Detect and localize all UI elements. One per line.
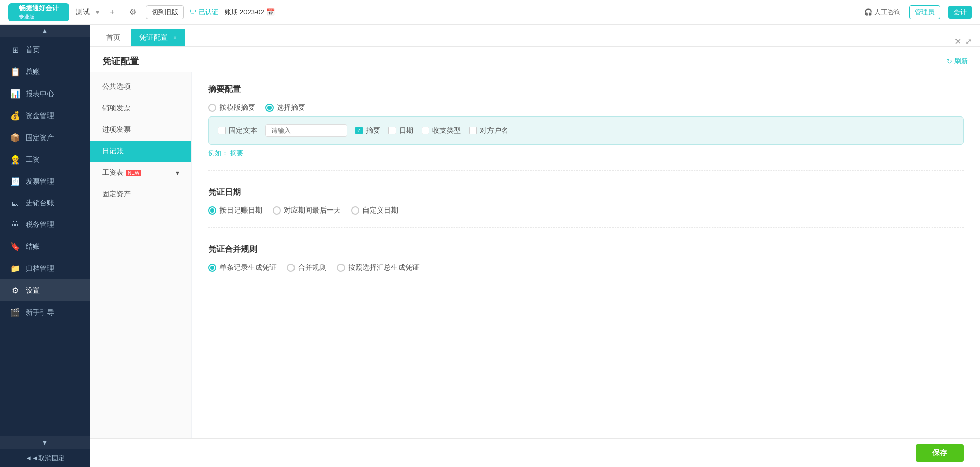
inner-layout: 公共选项 销项发票 进项发票 日记账 工资表 NEW ▾ <box>90 72 980 438</box>
tab-voucher-config[interactable]: 凭证配置 × <box>131 29 185 46</box>
checkbox-counterparty[interactable]: 对方户名 <box>469 126 508 135</box>
page-title: 凭证配置 <box>102 55 139 67</box>
radio-summary-generate-circle <box>337 264 345 272</box>
merge-rules-title: 凭证合并规则 <box>208 244 964 255</box>
tab-home[interactable]: 首页 <box>98 29 129 46</box>
left-menu-item-sales-invoice[interactable]: 销项发票 <box>90 98 191 119</box>
refresh-label: 刷新 <box>954 57 968 66</box>
content-area: 首页 凭证配置 × ✕ ⤢ 凭证配置 ↻ 刷新 <box>90 25 980 467</box>
checkbox-fixed-text[interactable]: 固定文本 <box>218 126 257 135</box>
left-menu-item-public[interactable]: 公共选项 <box>90 76 191 98</box>
summary-radio-group: 按模版摘要 选择摘要 <box>208 103 964 112</box>
sidebar-item-reports[interactable]: 📊 报表中心 <box>0 83 90 105</box>
checkbox-counterparty-box <box>469 127 477 134</box>
radio-template-summary[interactable]: 按模版摘要 <box>208 103 255 112</box>
sidebar-scroll-up[interactable]: ▲ <box>0 25 90 37</box>
merge-rules-section: 凭证合并规则 单条记录生成凭证 合并规则 <box>208 244 964 285</box>
sidebar-item-guide[interactable]: 🎬 新手引导 <box>0 301 90 323</box>
tab-bar: 首页 凭证配置 × ✕ ⤢ <box>90 25 980 47</box>
sidebar-item-closing[interactable]: 🔖 结账 <box>0 236 90 258</box>
save-button[interactable]: 保存 <box>916 444 964 462</box>
company-chevron-icon[interactable]: ▾ <box>96 9 99 16</box>
sidebar-item-label: 固定资产 <box>26 133 54 143</box>
archive-icon: 📁 <box>10 264 20 273</box>
checkbox-income-type-box <box>422 127 429 134</box>
radio-period-last-day-circle <box>273 206 281 215</box>
checkbox-date[interactable]: 日期 <box>388 126 413 135</box>
left-menu-item-fixed-assets[interactable]: 固定资产 <box>90 183 191 205</box>
sidebar-item-label: 设置 <box>26 286 40 295</box>
sidebar: ▲ ⊞ 首页 📋 总账 📊 报表中心 💰 资金管理 📦 固定资产 <box>0 25 90 467</box>
accountant-button[interactable]: 会计 <box>948 6 972 19</box>
summary-checkbox-row: 固定文本 ✓ 摘要 日期 <box>208 116 964 145</box>
cert-icon: 🛡 <box>190 8 197 16</box>
sidebar-item-assets[interactable]: 📦 固定资产 <box>0 127 90 149</box>
tax-icon: 🏛 <box>10 220 20 229</box>
radio-select-summary[interactable]: 选择摘要 <box>265 103 305 112</box>
radio-single-record-label: 单条记录生成凭证 <box>219 263 277 272</box>
old-version-button[interactable]: 切到旧版 <box>146 5 184 19</box>
checkbox-summary[interactable]: ✓ 摘要 <box>355 126 380 135</box>
left-menu-item-payroll[interactable]: 工资表 NEW ▾ <box>90 162 191 183</box>
sidebar-item-invoice[interactable]: 🧾 发票管理 <box>0 171 90 193</box>
checkbox-fixed-text-box <box>218 127 226 134</box>
left-menu-item-diary[interactable]: 日记账 <box>90 141 191 162</box>
radio-summary-generate[interactable]: 按照选择汇总生成凭证 <box>337 263 420 272</box>
close-window-icon[interactable]: ✕ <box>954 37 961 46</box>
sidebar-item-wages[interactable]: 👷 工资 <box>0 149 90 171</box>
consult-button[interactable]: 🎧 人工咨询 <box>864 8 901 17</box>
consult-icon: 🎧 <box>864 8 872 16</box>
calendar-icon[interactable]: 📅 <box>266 8 275 16</box>
example-value: 摘要 <box>230 149 243 157</box>
sidebar-item-label: 归档管理 <box>26 264 54 273</box>
sidebar-item-label: 工资 <box>26 155 40 165</box>
settings-icon: ⚙ <box>10 286 20 295</box>
left-menu-item-purchase-invoice[interactable]: 进项发票 <box>90 119 191 141</box>
left-menu-label: 固定资产 <box>102 190 131 199</box>
tab-close-icon[interactable]: × <box>173 34 177 41</box>
sidebar-scroll-down[interactable]: ▼ <box>0 436 90 449</box>
voucher-date-title: 凭证日期 <box>208 187 964 198</box>
checkbox-fixed-text-label: 固定文本 <box>229 126 257 135</box>
checkbox-income-type-label: 收支类型 <box>432 126 461 135</box>
sidebar-item-home[interactable]: ⊞ 首页 <box>0 39 90 61</box>
page-wrapper: 凭证配置 ↻ 刷新 公共选项 销项发票 进项发票 <box>90 47 980 467</box>
logo-main-text: 畅捷通好会计 <box>19 4 59 13</box>
topbar: 畅捷通好会计 专业版 测试 ▾ + ⚙ 切到旧版 🛡 已认证 账期 2023-0… <box>0 0 980 25</box>
radio-merge-rules[interactable]: 合并规则 <box>287 263 327 272</box>
radio-single-record[interactable]: 单条记录生成凭证 <box>208 263 277 272</box>
voucher-date-section: 凭证日期 按日记账日期 对应期间最后一天 <box>208 187 964 228</box>
sidebar-item-label: 新手引导 <box>26 308 54 317</box>
right-content: 摘要配置 按模版摘要 选择摘要 <box>192 72 980 438</box>
refresh-button[interactable]: ↻ 刷新 <box>947 57 968 66</box>
left-menu-label: 日记账 <box>102 147 124 156</box>
sidebar-item-archive[interactable]: 📁 归档管理 <box>0 258 90 279</box>
radio-period-last-day-label: 对应期间最后一天 <box>284 206 341 215</box>
home-icon: ⊞ <box>10 45 20 55</box>
sidebar-nav: ⊞ 首页 📋 总账 📊 报表中心 💰 资金管理 📦 固定资产 👷 工资 <box>0 37 90 436</box>
radio-custom-date[interactable]: 自定义日期 <box>351 206 398 215</box>
sidebar-item-label: 总账 <box>26 67 40 77</box>
unfix-sidebar-button[interactable]: ◄◄取消固定 <box>0 449 90 467</box>
add-icon[interactable]: + <box>105 5 119 19</box>
checkbox-summary-label: 摘要 <box>366 126 380 135</box>
new-badge: NEW <box>126 170 141 176</box>
radio-period-last-day[interactable]: 对应期间最后一天 <box>273 206 341 215</box>
logo-sub-text: 专业版 <box>19 14 59 21</box>
radio-merge-rules-label: 合并规则 <box>298 263 327 272</box>
tab-voucher-config-label: 凭证配置 <box>139 33 168 41</box>
admin-button[interactable]: 管理员 <box>909 5 940 19</box>
checkbox-income-type[interactable]: 收支类型 <box>422 126 461 135</box>
sidebar-item-funds[interactable]: 💰 资金管理 <box>0 105 90 127</box>
sidebar-item-sales-ledger[interactable]: 🗂 进销台账 <box>0 193 90 214</box>
sidebar-item-tax[interactable]: 🏛 税务管理 <box>0 214 90 236</box>
radio-diary-date[interactable]: 按日记账日期 <box>208 206 262 215</box>
sidebar-item-label: 资金管理 <box>26 111 54 121</box>
sidebar-item-ledger[interactable]: 📋 总账 <box>0 61 90 83</box>
fixed-text-input[interactable] <box>265 124 347 137</box>
sidebar-item-settings[interactable]: ⚙ 设置 <box>0 279 90 301</box>
radio-select-summary-label: 选择摘要 <box>277 103 305 112</box>
settings-icon[interactable]: ⚙ <box>126 5 140 19</box>
expand-icon[interactable]: ⤢ <box>965 37 972 46</box>
arrow-down-icon: ▾ <box>176 169 179 177</box>
